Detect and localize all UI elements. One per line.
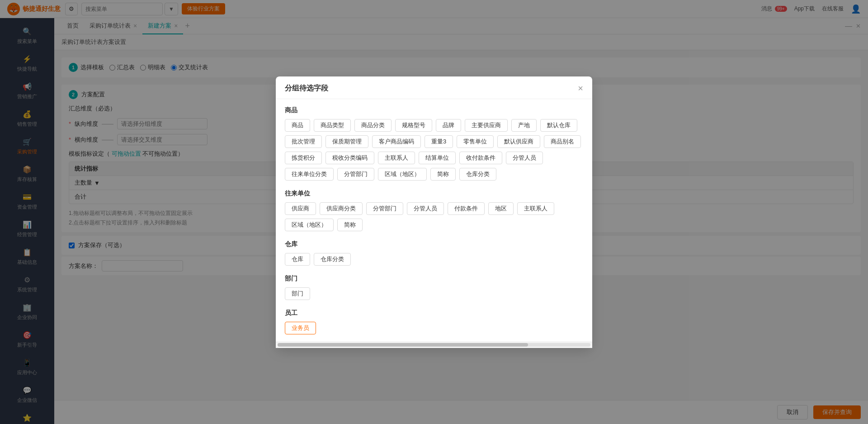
field-chip[interactable]: 结算单位: [419, 152, 456, 164]
modal-hscrollbar[interactable]: [276, 342, 592, 348]
modal-overlay[interactable]: 分组待选字段 × 商品商品商品类型商品分类规格型号品牌主要供应商产地默认仓库批次…: [0, 0, 868, 424]
field-group-员工: 员工业务员: [285, 309, 583, 334]
field-chip[interactable]: 主要供应商: [465, 119, 508, 132]
field-chip[interactable]: 批次管理: [285, 135, 322, 148]
modal-close-button[interactable]: ×: [578, 84, 583, 93]
field-chip[interactable]: 仓库: [285, 253, 310, 266]
field-chip[interactable]: 产地: [511, 119, 537, 132]
modal-header: 分组待选字段 ×: [276, 76, 592, 99]
field-group-仓库: 仓库仓库仓库分类: [285, 240, 583, 266]
field-chip[interactable]: 默认仓库: [540, 119, 577, 132]
field-chips: 仓库仓库分类: [285, 253, 583, 266]
field-chip[interactable]: 税收分类编码: [326, 152, 374, 164]
field-chips: 供应商供应商分类分管部门分管人员付款条件地区主联系人区域（地区）简称: [285, 202, 583, 231]
field-chips: 商品商品类型商品分类规格型号品牌主要供应商产地默认仓库批次管理保质期管理客户商品…: [285, 119, 583, 181]
field-chip[interactable]: 往来单位分类: [285, 168, 334, 181]
modal-title: 分组待选字段: [285, 84, 328, 93]
field-chip[interactable]: 商品别名: [544, 135, 581, 148]
field-chip[interactable]: 客户商品编码: [372, 135, 421, 148]
field-chip[interactable]: 分管人员: [506, 152, 543, 164]
field-chip[interactable]: 付款条件: [448, 202, 485, 215]
field-group-title: 员工: [285, 309, 583, 317]
field-chip[interactable]: 重量3: [425, 135, 453, 148]
field-chip[interactable]: 品牌: [436, 119, 461, 132]
modal: 分组待选字段 × 商品商品商品类型商品分类规格型号品牌主要供应商产地默认仓库批次…: [276, 76, 592, 348]
field-chip[interactable]: 收付款条件: [459, 152, 502, 164]
field-group-title: 商品: [285, 106, 583, 114]
field-group-title: 往来单位: [285, 190, 583, 198]
field-group-商品: 商品商品商品类型商品分类规格型号品牌主要供应商产地默认仓库批次管理保质期管理客户…: [285, 106, 583, 181]
field-chips: 部门: [285, 287, 583, 300]
hscrollbar-track: [278, 343, 590, 347]
field-chip[interactable]: 区域（地区）: [285, 219, 334, 231]
field-group-title: 部门: [285, 275, 583, 283]
field-chip[interactable]: 仓库分类: [314, 253, 351, 266]
field-chip[interactable]: 供应商: [285, 202, 316, 215]
field-group-部门: 部门部门: [285, 275, 583, 300]
field-chip[interactable]: 默认供应商: [497, 135, 540, 148]
field-chip[interactable]: 保质期管理: [326, 135, 368, 148]
field-chip[interactable]: 主联系人: [517, 202, 554, 215]
field-group-往来单位: 往来单位供应商供应商分类分管部门分管人员付款条件地区主联系人区域（地区）简称: [285, 190, 583, 231]
field-chip[interactable]: 区域（地区）: [378, 168, 427, 181]
field-chip[interactable]: 简称: [337, 219, 363, 231]
field-chip[interactable]: 商品类型: [314, 119, 351, 132]
field-chip[interactable]: 地区: [488, 202, 514, 215]
field-chip[interactable]: 供应商分类: [320, 202, 363, 215]
field-chip[interactable]: 仓库分类: [459, 168, 496, 181]
field-chip[interactable]: 商品: [285, 119, 310, 132]
field-chip[interactable]: 简称: [430, 168, 456, 181]
field-chip[interactable]: 拣货积分: [285, 152, 322, 164]
field-chips: 业务员: [285, 322, 583, 334]
field-chip[interactable]: 零售单位: [457, 135, 494, 148]
field-chip[interactable]: 业务员: [285, 322, 316, 334]
field-chip[interactable]: 主联系人: [378, 152, 415, 164]
field-chip[interactable]: 部门: [285, 287, 310, 300]
field-group-title: 仓库: [285, 240, 583, 248]
field-chip[interactable]: 分管部门: [337, 168, 374, 181]
field-chip[interactable]: 规格型号: [395, 119, 432, 132]
field-chip[interactable]: 分管人员: [407, 202, 444, 215]
hscrollbar-thumb: [278, 343, 528, 347]
modal-body[interactable]: 商品商品商品类型商品分类规格型号品牌主要供应商产地默认仓库批次管理保质期管理客户…: [276, 99, 592, 342]
field-chip[interactable]: 分管部门: [366, 202, 403, 215]
field-chip[interactable]: 商品分类: [354, 119, 392, 132]
